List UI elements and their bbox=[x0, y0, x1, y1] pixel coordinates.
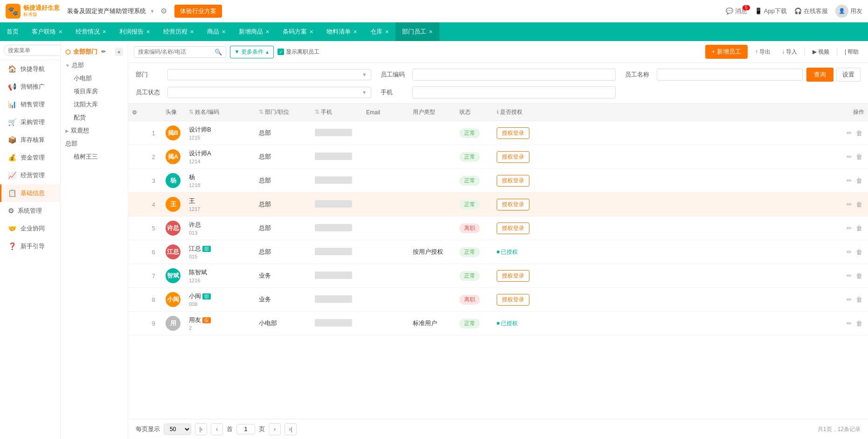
nav-bom[interactable]: 物料清单 ✕ bbox=[320, 22, 364, 41]
dept-collapse-btn[interactable]: « bbox=[115, 48, 123, 56]
nav-warehouse[interactable]: 仓库 ✕ bbox=[364, 22, 396, 41]
first-page-btn[interactable]: |‹ bbox=[195, 423, 207, 435]
page-number-input[interactable]: 1 bbox=[236, 424, 255, 434]
sidebar-item-system[interactable]: ⚙ 系统管理 bbox=[0, 202, 60, 220]
nav-biz[interactable]: 经营情况 ✕ bbox=[69, 22, 113, 41]
auth-btn[interactable]: 授权登录 bbox=[497, 127, 529, 139]
nav-add-goods[interactable]: 新增商品 ✕ bbox=[232, 22, 276, 41]
set-btn[interactable]: 设置 bbox=[836, 68, 861, 82]
nav-close-goods[interactable]: ✕ bbox=[222, 29, 226, 35]
nav-profit[interactable]: 利润报告 ✕ bbox=[113, 22, 157, 41]
th-name[interactable]: ⇅ 姓名/编码 bbox=[185, 104, 255, 121]
nav-close-history[interactable]: ✕ bbox=[190, 29, 194, 35]
delete-btn[interactable]: 🗑 bbox=[856, 248, 862, 256]
nav-close-biz[interactable]: ✕ bbox=[102, 29, 106, 35]
sidebar-item-operations[interactable]: 📈 经营管理 bbox=[0, 167, 60, 184]
nav-goods[interactable]: 商品 ✕ bbox=[201, 22, 232, 41]
sidebar-item-inventory[interactable]: 📦 库存核算 bbox=[0, 131, 60, 149]
query-btn[interactable]: 查询 bbox=[806, 68, 833, 82]
prev-page-btn[interactable]: ‹ bbox=[211, 423, 223, 435]
dept-node-zhishu[interactable]: 植树王三 bbox=[61, 150, 128, 163]
dept-node-project-storage[interactable]: 项目库房 bbox=[61, 85, 128, 98]
edit-btn[interactable]: ✏ bbox=[847, 272, 852, 279]
sidebar-item-marketing[interactable]: 📢 营销推广 bbox=[0, 78, 60, 96]
help-btn[interactable]: | 帮助 bbox=[841, 46, 862, 58]
per-page-select[interactable]: 50 100 200 bbox=[164, 424, 191, 435]
nav-history[interactable]: 经营历程 ✕ bbox=[157, 22, 201, 41]
import-btn[interactable]: ↓ 导入 bbox=[778, 46, 801, 58]
dept-edit-icon[interactable]: ✏ bbox=[101, 49, 106, 55]
sidebar-item-quick-nav[interactable]: 🏠 快捷导航 bbox=[0, 60, 60, 78]
delete-btn[interactable]: 🗑 bbox=[856, 296, 862, 303]
export-btn[interactable]: ↑ 导出 bbox=[751, 46, 774, 58]
dept-node-hq2[interactable]: 总部 bbox=[61, 137, 128, 150]
delete-btn[interactable]: 🗑 bbox=[856, 153, 862, 160]
nav-close-customer[interactable]: ✕ bbox=[58, 29, 62, 35]
view-btn[interactable]: ▶ 视频 bbox=[809, 46, 833, 58]
sidebar-search-input[interactable] bbox=[4, 45, 61, 56]
delete-btn[interactable]: 🗑 bbox=[856, 272, 862, 279]
auth-btn[interactable]: 授权登录 bbox=[497, 294, 529, 306]
delete-btn[interactable]: 🗑 bbox=[856, 320, 862, 327]
nav-close-dept[interactable]: ✕ bbox=[429, 29, 433, 35]
user-item[interactable]: 👤 用友 bbox=[835, 5, 862, 18]
nav-close-bom[interactable]: ✕ bbox=[353, 29, 357, 35]
nav-dept[interactable]: 部门员工 ✕ bbox=[396, 22, 439, 41]
last-page-btn[interactable]: ›| bbox=[285, 423, 297, 435]
phone-input[interactable] bbox=[412, 86, 616, 98]
th-phone[interactable]: ⇅ 手机 bbox=[311, 104, 362, 121]
edit-btn[interactable]: ✏ bbox=[847, 153, 852, 160]
nav-close-add-goods[interactable]: ✕ bbox=[265, 29, 270, 35]
delete-btn[interactable]: 🗑 bbox=[856, 201, 862, 208]
settings-col-icon[interactable]: ⚙ bbox=[132, 109, 137, 116]
edit-btn[interactable]: ✏ bbox=[847, 296, 852, 303]
edit-btn[interactable]: ✏ bbox=[847, 320, 852, 327]
edit-btn[interactable]: ✏ bbox=[847, 201, 852, 208]
sidebar-item-guide[interactable]: ❓ 新手引导 bbox=[0, 237, 60, 255]
nav-barcode[interactable]: 条码方案 ✕ bbox=[276, 22, 320, 41]
sidebar-item-purchase[interactable]: 🛒 采购管理 bbox=[0, 113, 60, 131]
trial-btn[interactable]: 体验行业方案 bbox=[174, 5, 222, 18]
settings-icon[interactable]: ⚙ bbox=[160, 7, 167, 15]
search-input[interactable] bbox=[138, 49, 213, 55]
nav-close-profit[interactable]: ✕ bbox=[146, 29, 150, 35]
show-resigned-checkbox[interactable]: ✓ bbox=[278, 49, 284, 55]
app-download-item[interactable]: 📱 App下载 bbox=[755, 7, 787, 15]
dept-filter-select[interactable]: ▼ bbox=[167, 69, 371, 80]
dept-node-shuanglu[interactable]: ▶ 双鹿想 bbox=[61, 124, 128, 137]
auth-btn[interactable]: 授权登录 bbox=[497, 151, 529, 163]
sidebar-item-sales[interactable]: 📊 销售管理 bbox=[0, 96, 60, 113]
sidebar-item-basic-info[interactable]: 📋 基础信息 bbox=[0, 184, 60, 202]
auth-btn[interactable]: 授权登录 bbox=[497, 175, 529, 187]
edit-btn[interactable]: ✏ bbox=[847, 129, 852, 137]
service-item[interactable]: 🎧 在线客服 bbox=[794, 7, 828, 15]
emp-name-input[interactable] bbox=[657, 69, 803, 81]
nav-close-barcode[interactable]: ✕ bbox=[309, 29, 313, 35]
emp-status-select[interactable]: ▼ bbox=[167, 87, 371, 98]
dept-all-header[interactable]: ⬡ 全部部门 ✏ « bbox=[61, 45, 128, 59]
nav-home[interactable]: 首页 bbox=[0, 22, 25, 41]
edit-btn[interactable]: ✏ bbox=[847, 177, 852, 184]
add-emp-button[interactable]: + 新增员工 bbox=[705, 45, 748, 59]
nav-close-warehouse[interactable]: ✕ bbox=[385, 29, 389, 35]
sidebar-item-finance[interactable]: 💰 资金管理 bbox=[0, 149, 60, 167]
sidebar-item-enterprise[interactable]: 🤝 企业协同 bbox=[0, 220, 60, 237]
delete-btn[interactable]: 🗑 bbox=[856, 129, 862, 137]
more-filter-btn[interactable]: ▼ 更多条件 ▲ bbox=[230, 46, 274, 58]
nav-customer[interactable]: 客户联络 ✕ bbox=[25, 22, 69, 41]
show-resigned-check[interactable]: ✓ 显示离职员工 bbox=[278, 48, 319, 56]
edit-btn[interactable]: ✏ bbox=[847, 224, 852, 232]
th-dept[interactable]: ⇅ 部门/职位 bbox=[255, 104, 311, 121]
delete-btn[interactable]: 🗑 bbox=[856, 224, 862, 232]
auth-btn[interactable]: 授权登录 bbox=[497, 270, 529, 282]
auth-btn[interactable]: 授权登录 bbox=[497, 199, 529, 210]
delete-btn[interactable]: 🗑 bbox=[856, 177, 862, 184]
dept-node-small-elec[interactable]: 小电部 bbox=[61, 72, 128, 85]
dept-node-distribution[interactable]: 配货 bbox=[61, 111, 128, 124]
msg-icon-item[interactable]: 💬 消息 5 bbox=[726, 7, 747, 15]
dept-node-shenyang[interactable]: 沈阳大库 bbox=[61, 98, 128, 111]
edit-btn[interactable]: ✏ bbox=[847, 248, 852, 256]
th-settings[interactable]: ⚙ bbox=[128, 104, 145, 121]
dept-node-hq-parent[interactable]: ▼ 总部 bbox=[61, 59, 128, 72]
emp-code-input[interactable] bbox=[412, 69, 616, 81]
